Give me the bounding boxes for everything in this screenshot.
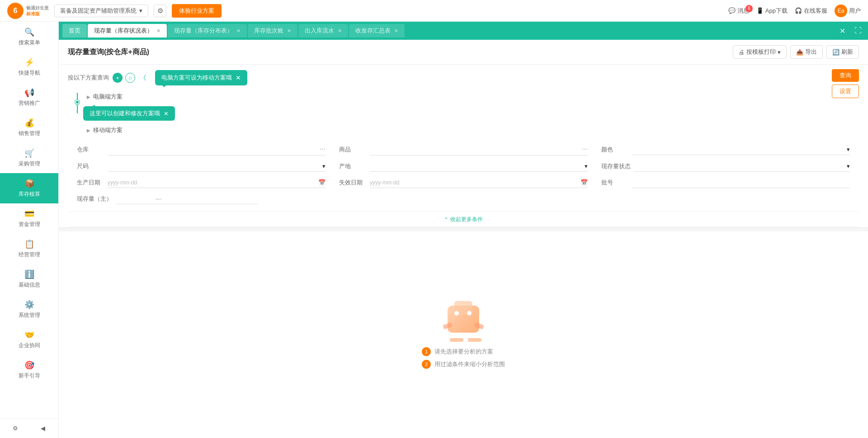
support-label: 在线客服 bbox=[804, 7, 827, 15]
logo-icon: 6 bbox=[7, 3, 24, 19]
stock-qty-min[interactable] bbox=[116, 195, 152, 202]
tab-close-2[interactable]: ✕ bbox=[236, 28, 241, 34]
sidebar-item-newbie[interactable]: 🎯 新手引导 bbox=[0, 355, 58, 385]
scheme-tooltip-close[interactable]: ✕ bbox=[164, 110, 169, 117]
warehouse-input[interactable]: ··· bbox=[108, 143, 326, 155]
handshake-icon: 🤝 bbox=[24, 330, 34, 340]
empty-step-2: 2 用过滤条件来缩小分析范围 bbox=[422, 360, 505, 369]
tab-inventory-dist[interactable]: 现存量（库存分布表） ✕ bbox=[168, 24, 247, 38]
tab-batch-account[interactable]: 库存批次账 ✕ bbox=[248, 24, 297, 38]
sidebar-item-basic-info[interactable]: ℹ️ 基础信息 bbox=[0, 264, 58, 294]
app-download-button[interactable]: 📱 App下载 bbox=[756, 7, 788, 15]
tab-in-out-flow[interactable]: 出入库流水 ✕ bbox=[298, 24, 348, 38]
produce-date-input[interactable]: yyyy-mm-dd 📅 bbox=[108, 177, 326, 188]
tab-home[interactable]: 首页 bbox=[62, 24, 87, 38]
chevron-down-icon-color: ▾ bbox=[847, 146, 850, 153]
sidebar-item-purchase[interactable]: 🛒 采购管理 bbox=[0, 143, 58, 173]
scheme-desktop[interactable]: ▶ 电脑端方案 bbox=[83, 91, 859, 103]
scheme-popup-text: 电脑方案可设为移动方案哦 bbox=[161, 74, 232, 82]
chevron-down-icon-origin: ▾ bbox=[585, 163, 588, 170]
tab-close-4[interactable]: ✕ bbox=[338, 28, 342, 34]
field-stock-status: 现存量状态 ▾ bbox=[601, 161, 850, 172]
scheme-mobile[interactable]: ▶ 移动端方案 bbox=[83, 124, 859, 136]
sidebar-collapse-button[interactable]: ◀ bbox=[31, 422, 55, 434]
sidebar-settings-button[interactable]: ⚙ bbox=[4, 422, 28, 434]
app-label: App下载 bbox=[765, 7, 788, 15]
form-row-1: 仓库 ··· 商品 ··· bbox=[77, 143, 850, 155]
add-scheme-button[interactable]: + bbox=[113, 73, 123, 83]
search-button[interactable]: 查询 bbox=[832, 69, 859, 82]
back-scheme-button[interactable]: 《 bbox=[138, 73, 148, 83]
expire-date-input[interactable]: yyyy-mm-dd 📅 bbox=[370, 177, 588, 188]
sidebar-item-inventory[interactable]: 📦 库存核算 bbox=[0, 173, 58, 203]
calendar-icon-produce: 📅 bbox=[318, 179, 326, 186]
calendar-icon-expire: 📅 bbox=[580, 179, 588, 186]
industry-button[interactable]: 体验行业方案 bbox=[172, 4, 222, 18]
arrow-right-icon: ▶ bbox=[87, 94, 90, 99]
empty-step-1: 1 请先选择要分析的方案 bbox=[422, 347, 505, 356]
refresh-button[interactable]: 🔄 刷新 bbox=[826, 45, 859, 59]
logo-area: 6 畅通好生意 标准版 bbox=[7, 3, 49, 19]
system-selector[interactable]: 装备及固定资产辅助管理系统 ▾ bbox=[54, 5, 148, 17]
tab-fullscreen-button[interactable]: ⛶ bbox=[852, 26, 864, 36]
reset-button[interactable]: 设置 bbox=[832, 85, 859, 98]
sidebar-item-quicknav[interactable]: ⚡ 快捷导航 bbox=[0, 52, 58, 82]
chevron-down-icon-size: ▾ bbox=[322, 163, 326, 170]
export-button[interactable]: 📤 导出 bbox=[790, 45, 823, 59]
scheme-list: ▶ 电脑端方案 这里可以创建和修改方案哦 ✕ bbox=[83, 91, 859, 136]
header-right: 💬 消息 6 📱 App下载 🎧 在线客服 Ea 用户 bbox=[728, 5, 861, 17]
tab-close-3[interactable]: ✕ bbox=[287, 28, 291, 34]
lightning-icon: ⚡ bbox=[24, 57, 34, 67]
card-icon: 💳 bbox=[24, 209, 34, 219]
sidebar-item-sales[interactable]: 💰 销售管理 bbox=[0, 113, 58, 143]
goods-input[interactable]: ··· bbox=[370, 143, 588, 155]
scheme-popup-container: 电脑方案可设为移动方案哦 ✕ bbox=[155, 70, 247, 85]
sidebar-item-search[interactable]: 🔍 搜索菜单 bbox=[0, 22, 58, 52]
scheme-popup-close[interactable]: ✕ bbox=[236, 74, 241, 81]
edit-scheme-button[interactable]: ○ bbox=[125, 73, 135, 83]
empty-state: 1 请先选择要分析的方案 2 用过滤条件来缩小分析范围 bbox=[59, 231, 868, 438]
tab-inventory-status[interactable]: 现存量（库存状况表） ✕ bbox=[88, 24, 167, 38]
tab-close-all-button[interactable]: ✕ bbox=[837, 26, 848, 36]
collapse-bar[interactable]: ⌃ 收起更多条件 bbox=[68, 212, 859, 227]
stock-qty-max[interactable] bbox=[165, 195, 201, 202]
tab-close-1[interactable]: ✕ bbox=[156, 28, 160, 34]
user-label: 用户 bbox=[849, 7, 861, 15]
system-name: 装备及固定资产辅助管理系统 bbox=[60, 7, 137, 15]
sidebar-item-cooperation[interactable]: 🤝 企业协同 bbox=[0, 325, 58, 355]
support-button[interactable]: 🎧 在线客服 bbox=[795, 7, 827, 15]
field-origin: 产地 ▾ bbox=[339, 161, 588, 172]
top-header: 6 畅通好生意 标准版 装备及固定资产辅助管理系统 ▾ ⚙ 体验行业方案 💬 消… bbox=[0, 0, 868, 22]
field-size: 尺码 ▾ bbox=[77, 161, 326, 172]
stock-qty-range[interactable]: — bbox=[116, 193, 258, 204]
sidebar-item-management[interactable]: 📋 经营管理 bbox=[0, 234, 58, 264]
refresh-icon: 🔄 bbox=[832, 49, 840, 56]
print-button[interactable]: 🖨 按模板打印 ▾ bbox=[733, 45, 787, 59]
app-icon: 📱 bbox=[756, 7, 764, 14]
tab-end-buttons: ✕ ⛶ bbox=[837, 26, 864, 36]
page-title: 现存量查询(按仓库+商品) bbox=[68, 47, 149, 57]
money-icon: 💰 bbox=[24, 118, 34, 128]
form-row-2: 尺码 ▾ 产地 ▾ bbox=[77, 161, 850, 172]
stock-status-select[interactable]: ▾ bbox=[634, 161, 850, 172]
tab-stock-summary[interactable]: 收发存汇总表 ✕ bbox=[349, 24, 405, 38]
sidebar-item-marketing[interactable]: 📢 营销推广 bbox=[0, 82, 58, 113]
content-area: 首页 现存量（库存状况表） ✕ 现存量（库存分布表） ✕ 库存批次账 ✕ 出入库… bbox=[59, 22, 868, 438]
sidebar-item-finance[interactable]: 💳 资金管理 bbox=[0, 203, 58, 234]
collapse-icon: ⌃ bbox=[444, 217, 448, 223]
empty-steps: 1 请先选择要分析的方案 2 用过滤条件来缩小分析范围 bbox=[422, 347, 505, 369]
origin-select[interactable]: ▾ bbox=[370, 161, 588, 172]
message-badge: 6 bbox=[745, 5, 753, 12]
settings-icon[interactable]: ⚙ bbox=[154, 5, 166, 17]
message-button[interactable]: 💬 消息 6 bbox=[728, 7, 749, 15]
size-select[interactable]: ▾ bbox=[108, 161, 326, 172]
sidebar-item-system[interactable]: ⚙️ 系统管理 bbox=[0, 294, 58, 325]
field-warehouse: 仓库 ··· bbox=[77, 143, 326, 155]
step-num-2: 2 bbox=[422, 360, 431, 369]
user-menu[interactable]: Ea 用户 bbox=[835, 5, 861, 17]
batch-input[interactable] bbox=[632, 177, 850, 188]
color-select[interactable]: ▾ bbox=[632, 144, 850, 155]
sidebar-bottom: ⚙ ◀ bbox=[0, 418, 58, 438]
form-row-3: 生产日期 yyyy-mm-dd 📅 失效日期 yyyy-mm-dd 📅 bbox=[77, 177, 850, 188]
tab-close-5[interactable]: ✕ bbox=[394, 28, 398, 34]
